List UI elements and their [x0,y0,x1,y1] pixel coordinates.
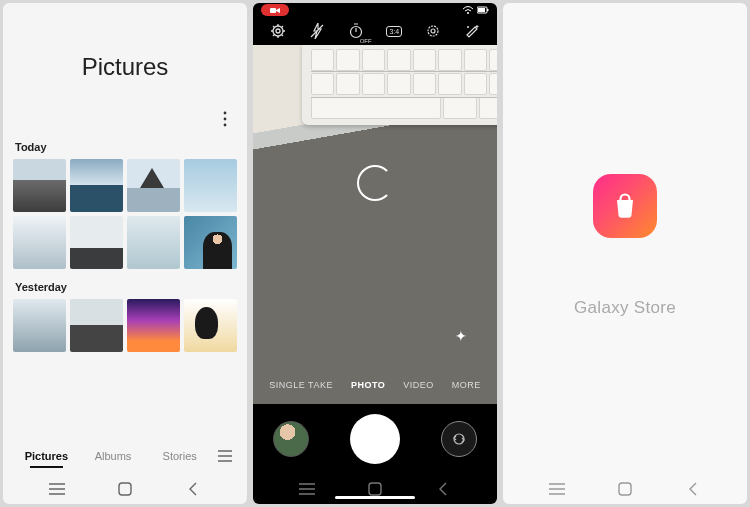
photo-thumbnail[interactable] [13,299,66,352]
mode-video[interactable]: VIDEO [403,380,434,390]
photo-thumbnail[interactable] [13,216,66,269]
timer-label: OFF [360,38,372,44]
settings-button[interactable] [266,19,290,43]
wifi-icon [463,6,473,14]
status-bar [253,3,497,17]
thumbnail-grid [13,299,237,352]
scene-optimizer-icon[interactable]: ✦ [455,328,467,344]
filters-button[interactable] [460,19,484,43]
gallery-app: Pictures Today Yesterday Pictures Albums [3,3,247,504]
recents-button[interactable] [32,483,82,495]
photo-thumbnail[interactable] [70,299,123,352]
back-button[interactable] [418,482,468,496]
recents-icon [49,483,65,495]
photo-thumbnail[interactable] [184,299,237,352]
flash-off-icon [310,23,324,39]
viewfinder[interactable]: ✦ SINGLE TAKE PHOTO VIDEO MORE [253,45,497,404]
section-label: Yesterday [15,281,237,293]
camera-toolbar: OFF 3:4 [253,17,497,45]
status-icons [463,6,489,14]
svg-rect-7 [478,8,485,12]
camera-modes: SINGLE TAKE PHOTO VIDEO MORE [253,380,497,390]
tab-stories[interactable]: Stories [146,444,213,468]
kebab-icon [223,111,227,127]
galaxy-store-logo [593,174,657,238]
photo-thumbnail[interactable] [70,216,123,269]
photo-thumbnail[interactable] [184,159,237,212]
svg-rect-15 [369,483,381,495]
svg-rect-16 [619,483,631,495]
recents-icon [299,483,315,495]
magic-icon [464,23,480,39]
back-button[interactable] [668,482,718,496]
back-icon [188,482,198,496]
svg-rect-3 [119,483,131,495]
gallery-header: Pictures [3,17,247,107]
home-icon [118,482,132,496]
section-label: Today [15,141,237,153]
back-button[interactable] [168,482,218,496]
gallery-tabs: Pictures Albums Stories [3,436,247,474]
aspect-ratio-button[interactable]: 3:4 [382,19,406,43]
home-icon [368,482,382,496]
photo-thumbnail[interactable] [70,159,123,212]
splash-screen: Galaxy Store [503,17,747,474]
svg-rect-8 [487,9,489,11]
mode-more[interactable]: MORE [452,380,481,390]
svg-point-13 [431,29,435,33]
hamburger-icon [218,450,232,462]
recents-icon [549,483,565,495]
nav-bar [3,474,247,504]
photo-thumbnail[interactable] [184,216,237,269]
motion-photo-button[interactable] [421,19,445,43]
status-bar [3,3,247,17]
mode-single-take[interactable]: SINGLE TAKE [269,380,333,390]
page-title: Pictures [3,53,247,81]
photo-thumbnail[interactable] [127,159,180,212]
switch-camera-button[interactable] [441,421,477,457]
shutter-button[interactable] [350,414,400,464]
nav-bar [503,474,747,504]
last-photo-thumbnail[interactable] [273,421,309,457]
recents-button[interactable] [282,483,332,495]
svg-point-12 [428,26,438,36]
camera-icon [270,7,280,14]
gallery-content[interactable]: Today Yesterday [3,137,247,436]
galaxy-store-app: Galaxy Store [503,3,747,504]
flash-button[interactable] [305,19,329,43]
home-button[interactable] [100,482,150,496]
svg-point-2 [224,124,227,127]
timer-button[interactable]: OFF [344,19,368,43]
tab-pictures[interactable]: Pictures [13,444,80,468]
home-button[interactable] [600,482,650,496]
mode-photo[interactable]: PHOTO [351,380,385,390]
more-options-button[interactable] [217,107,233,131]
camera-app: OFF 3:4 ✦ SINGLE TAKE PHOTO VIDEO MORE [253,3,497,504]
back-icon [438,482,448,496]
svg-point-10 [276,29,280,33]
recents-button[interactable] [532,483,582,495]
recording-indicator [261,4,289,16]
focus-indicator [357,165,393,201]
switch-camera-icon [451,431,467,447]
photo-thumbnail[interactable] [13,159,66,212]
ratio-label: 3:4 [386,26,402,37]
svg-point-1 [224,118,227,121]
gear-icon [270,23,286,39]
photo-thumbnail[interactable] [127,216,180,269]
tab-menu-button[interactable] [213,450,237,462]
app-name: Galaxy Store [574,298,676,318]
tab-albums[interactable]: Albums [80,444,147,468]
home-indicator[interactable] [335,496,415,499]
camera-controls [253,404,497,474]
shopping-bag-icon [608,189,642,223]
battery-icon [477,6,489,14]
viewfinder-subject [302,45,497,125]
status-bar [503,3,747,17]
motion-photo-icon [425,23,441,39]
home-button[interactable] [350,482,400,496]
svg-point-9 [273,26,283,36]
photo-thumbnail[interactable] [127,299,180,352]
timer-icon [348,23,364,39]
svg-point-5 [467,12,469,14]
